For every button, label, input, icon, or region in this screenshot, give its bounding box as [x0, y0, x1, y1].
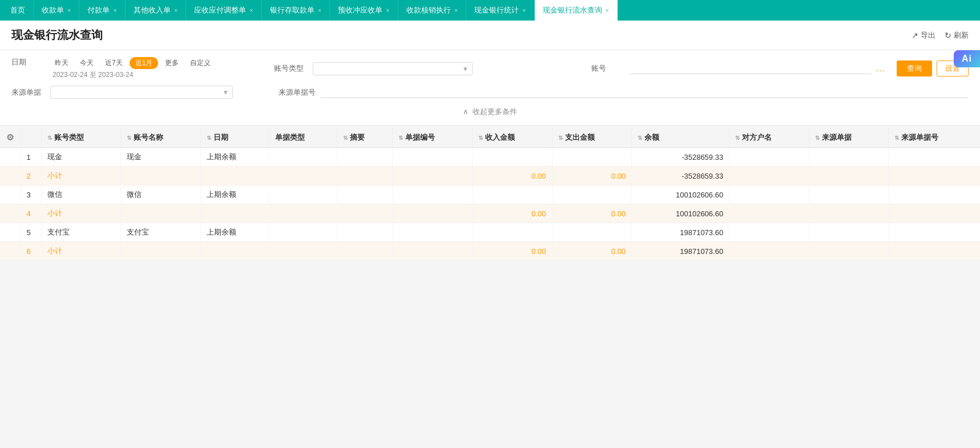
filter-area: 日期 昨天 今天 近7天 近1月 更多 自定义 2023-02-24 至 202…	[0, 50, 980, 126]
nav-item-home[interactable]: 首页	[2, 0, 34, 21]
row-account-type: 小计	[41, 242, 121, 261]
nav-cash-bank-stat-close[interactable]: ×	[522, 7, 526, 14]
nav-item-adjust[interactable]: 应收应付调整单 ×	[186, 0, 261, 21]
nav-item-payment[interactable]: 付款单 ×	[79, 0, 125, 21]
col-header-counterpart[interactable]: ⇅对方户名	[729, 128, 809, 148]
row-num-cell: 5	[21, 223, 41, 242]
page-header: 现金银行流水查询 ↗ 导出 ↻ 刷新	[0, 21, 980, 50]
nav-item-other-income[interactable]: 其他收入单 ×	[126, 0, 186, 21]
row-source-doc-no	[889, 242, 980, 261]
col-header-balance[interactable]: ⇅余额	[632, 128, 729, 148]
row-income	[472, 148, 552, 167]
source-doc-no-input[interactable]	[320, 87, 969, 98]
row-doc-type	[269, 185, 337, 204]
row-balance: -3528659.33	[632, 148, 729, 167]
col-header-doc-type: 单据类型	[269, 128, 337, 148]
row-summary	[337, 167, 393, 185]
col-header-account-type[interactable]: ⇅账号类型	[41, 128, 121, 148]
query-button[interactable]: 查询	[897, 60, 932, 76]
collapse-label: 收起更多条件	[473, 107, 517, 116]
account-type-select[interactable]: ▾	[313, 62, 473, 75]
date-opt-yesterday[interactable]: 昨天	[50, 57, 73, 69]
nav-other-income-close[interactable]: ×	[174, 7, 178, 14]
nav-bank-deposit-close[interactable]: ×	[318, 7, 321, 14]
date-opt-custom[interactable]: 自定义	[185, 57, 215, 69]
nav-bank-deposit-label: 银行存取款单	[270, 5, 314, 15]
table-row: 1 现金 现金 上期余额 -3528659.33	[0, 148, 980, 167]
col-header-date[interactable]: ⇅日期	[200, 128, 269, 148]
account-input[interactable]	[630, 63, 872, 74]
row-date	[200, 242, 269, 261]
nav-cash-bank-flow-label: 现金银行流水查询	[543, 5, 602, 15]
row-source-doc	[809, 223, 889, 242]
collapse-bar[interactable]: ∧ 收起更多条件	[11, 104, 969, 122]
refresh-label: 刷新	[954, 30, 969, 41]
row-source-doc	[809, 204, 889, 223]
row-source-doc-no	[889, 204, 980, 223]
row-account-name	[121, 242, 201, 261]
nav-item-prepay[interactable]: 预收冲应收单 ×	[330, 0, 398, 21]
nav-item-verify[interactable]: 收款核销执行 ×	[398, 0, 466, 21]
filter-row-date: 日期 昨天 今天 近7天 近1月 更多 自定义 2023-02-24 至 202…	[11, 57, 969, 80]
row-expense	[552, 185, 632, 204]
row-source-doc-no	[889, 167, 980, 185]
col-header-source-doc[interactable]: ⇅来源单据	[809, 128, 889, 148]
col-header-summary[interactable]: ⇅摘要	[337, 128, 393, 148]
nav-payment-label: 付款单	[87, 5, 110, 15]
date-label: 日期	[11, 57, 46, 67]
date-opt-7days[interactable]: 近7天	[100, 57, 127, 69]
date-range-display: 2023-02-24 至 2023-03-24	[53, 70, 215, 80]
row-doc-no	[393, 185, 473, 204]
row-summary	[337, 204, 393, 223]
row-account-name: 支付宝	[121, 223, 201, 242]
nav-prepay-close[interactable]: ×	[386, 7, 389, 14]
table-row: 2 小计 0.00 0.00 -3528659.33	[0, 167, 980, 185]
col-header-doc-no[interactable]: ⇅单据编号	[393, 128, 473, 148]
nav-item-cash-bank-stat[interactable]: 现金银行统计 ×	[466, 0, 534, 21]
export-button[interactable]: ↗ 导出	[912, 30, 935, 41]
refresh-button[interactable]: ↻ 刷新	[945, 30, 969, 41]
account-dots-button[interactable]: ...	[876, 63, 885, 74]
col-header-account-name[interactable]: ⇅账号名称	[121, 128, 201, 148]
row-num-cell: 1	[21, 148, 41, 167]
source-doc-arrow: ▾	[224, 88, 228, 96]
col-header-income[interactable]: ⇅收入金额	[472, 128, 552, 148]
nav-item-bank-deposit[interactable]: 银行存取款单 ×	[262, 0, 330, 21]
row-account-name	[121, 167, 201, 185]
row-settings-cell	[0, 148, 21, 167]
row-account-name: 现金	[121, 148, 201, 167]
col-header-settings: ⚙	[0, 128, 21, 148]
row-doc-type	[269, 242, 337, 261]
nav-payment-close[interactable]: ×	[113, 7, 116, 14]
table-header-row: ⚙ ⇅账号类型 ⇅账号名称 ⇅日期 单据类型 ⇅摘要 ⇅单据编号 ⇅收入金额 ⇅…	[0, 128, 980, 148]
nav-item-receipt[interactable]: 收款单 ×	[34, 0, 79, 21]
row-counterpart	[729, 185, 809, 204]
row-doc-no	[393, 242, 473, 261]
row-counterpart	[729, 167, 809, 185]
row-source-doc	[809, 242, 889, 261]
row-num-cell: 2	[21, 167, 41, 185]
nav-receipt-close[interactable]: ×	[67, 7, 71, 14]
collapse-icon: ∧	[463, 107, 469, 116]
nav-item-cash-bank-flow[interactable]: 现金银行流水查询 ×	[535, 0, 618, 21]
row-source-doc	[809, 185, 889, 204]
ai-badge[interactable]: Ai	[954, 50, 980, 67]
row-date	[200, 167, 269, 185]
col-header-expense[interactable]: ⇅支出金额	[552, 128, 632, 148]
row-doc-type	[269, 223, 337, 242]
source-doc-select[interactable]: ▾	[50, 86, 233, 99]
row-doc-type	[269, 204, 337, 223]
col-header-rownum	[21, 128, 41, 148]
date-opt-more[interactable]: 更多	[160, 57, 183, 69]
nav-verify-close[interactable]: ×	[454, 7, 458, 14]
source-doc-label: 来源单据	[11, 87, 46, 98]
export-label: 导出	[921, 30, 935, 41]
date-opt-1month[interactable]: 近1月	[130, 57, 159, 69]
row-summary	[337, 242, 393, 261]
date-opt-today[interactable]: 今天	[75, 57, 98, 69]
nav-adjust-close[interactable]: ×	[249, 7, 253, 14]
nav-cash-bank-flow-close[interactable]: ×	[606, 7, 609, 14]
table-gear-icon[interactable]: ⚙	[6, 132, 14, 142]
col-header-source-doc-no[interactable]: ⇅来源单据号	[889, 128, 980, 148]
row-settings-cell	[0, 204, 21, 223]
